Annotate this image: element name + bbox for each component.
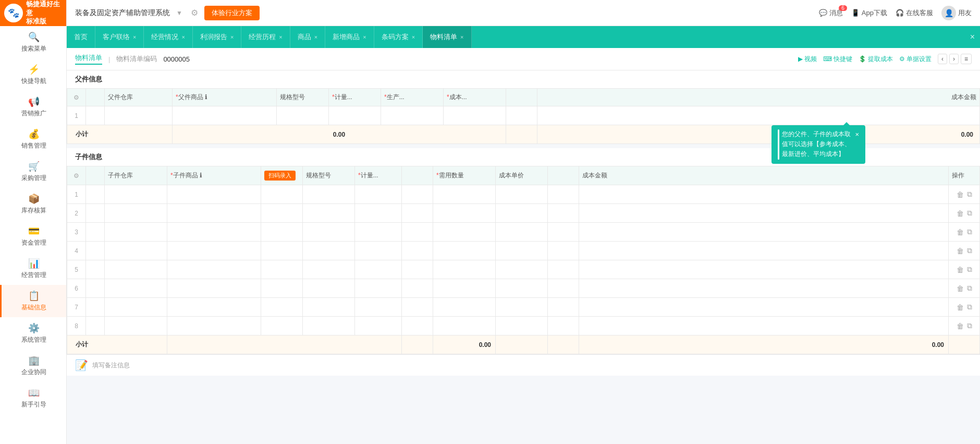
tab-close-icon[interactable]: × bbox=[363, 34, 366, 40]
sidebar-item-quick-nav[interactable]: ⚡快捷导航 bbox=[0, 58, 66, 91]
child-row-quantity[interactable] bbox=[433, 223, 496, 242]
child-row-spec[interactable] bbox=[303, 242, 355, 260]
parent-row-warehouse[interactable] bbox=[105, 106, 173, 125]
tab-close-icon[interactable]: × bbox=[412, 34, 415, 40]
child-row-spec[interactable] bbox=[303, 279, 355, 298]
child-row-warehouse[interactable] bbox=[105, 279, 167, 298]
tab-close-icon[interactable]: × bbox=[181, 34, 185, 40]
nav-tab-经营情况[interactable]: 经营情况 × bbox=[144, 26, 192, 48]
tab-close-icon[interactable]: × bbox=[230, 34, 234, 40]
delete-row-button[interactable]: 🗑 bbox=[957, 284, 964, 293]
child-row-warehouse[interactable] bbox=[105, 185, 167, 204]
message-button[interactable]: 💬 消息 6 bbox=[819, 8, 843, 18]
list-view-button[interactable]: ≡ bbox=[961, 54, 972, 64]
child-row-unit-cost[interactable] bbox=[496, 260, 548, 279]
copy-row-button[interactable]: ⧉ bbox=[967, 265, 972, 274]
child-row-spec[interactable] bbox=[303, 204, 355, 223]
nav-tab-新增商品[interactable]: 新增商品 × bbox=[325, 26, 374, 48]
child-row-unit-cost[interactable] bbox=[496, 242, 548, 260]
child-row-unit-cost[interactable] bbox=[496, 317, 548, 335]
prev-page-button[interactable]: ‹ bbox=[938, 54, 947, 64]
tooltip-close-button[interactable]: × bbox=[855, 129, 859, 140]
nav-tab-商品[interactable]: 商品 × bbox=[290, 26, 325, 48]
delete-row-button[interactable]: 🗑 bbox=[957, 322, 964, 330]
child-row-warehouse[interactable] bbox=[105, 298, 167, 317]
child-row-unit[interactable] bbox=[355, 185, 402, 204]
tab-close-icon[interactable]: × bbox=[314, 34, 317, 40]
copy-row-button[interactable]: ⧉ bbox=[967, 284, 972, 293]
sidebar-item-system[interactable]: ⚙️系统管理 bbox=[0, 317, 66, 350]
child-row-unit-cost[interactable] bbox=[496, 223, 548, 242]
child-row-unit[interactable] bbox=[355, 279, 402, 298]
tab-bill-of-materials[interactable]: 物料清单 bbox=[75, 53, 102, 65]
online-service-button[interactable]: 🎧 在线客服 bbox=[896, 8, 933, 18]
parent-row-unit[interactable] bbox=[329, 106, 381, 125]
child-row-product[interactable] bbox=[167, 279, 261, 298]
child-row-product[interactable] bbox=[167, 185, 261, 204]
trial-button[interactable]: 体验行业方案 bbox=[204, 6, 260, 20]
child-row-product[interactable] bbox=[167, 298, 261, 317]
child-row-quantity[interactable] bbox=[433, 204, 496, 223]
app-download-button[interactable]: 📱 App下载 bbox=[851, 8, 887, 18]
delete-row-button[interactable]: 🗑 bbox=[957, 190, 964, 199]
copy-row-button[interactable]: ⧉ bbox=[967, 246, 972, 255]
delete-row-button[interactable]: 🗑 bbox=[957, 247, 964, 255]
child-row-product[interactable] bbox=[167, 317, 261, 335]
child-row-unit[interactable] bbox=[355, 298, 402, 317]
child-row-product[interactable] bbox=[167, 223, 261, 242]
delete-row-button[interactable]: 🗑 bbox=[957, 228, 964, 236]
sidebar-item-enterprise[interactable]: 🏢企业协同 bbox=[0, 350, 66, 382]
child-row-spec[interactable] bbox=[303, 185, 355, 204]
parent-row-spec[interactable] bbox=[277, 106, 329, 125]
tab-close-icon[interactable]: × bbox=[460, 34, 463, 40]
child-row-quantity[interactable] bbox=[433, 185, 496, 204]
child-row-quantity[interactable] bbox=[433, 317, 496, 335]
child-row-warehouse[interactable] bbox=[105, 242, 167, 260]
child-row-warehouse[interactable] bbox=[105, 204, 167, 223]
delete-row-button[interactable]: 🗑 bbox=[957, 266, 964, 274]
child-row-quantity[interactable] bbox=[433, 242, 496, 260]
child-row-unit-cost[interactable] bbox=[496, 298, 548, 317]
sidebar-item-finance[interactable]: 💳资金管理 bbox=[0, 220, 66, 253]
child-row-unit[interactable] bbox=[355, 204, 402, 223]
single-settings-link[interactable]: ⚙ 单据设置 bbox=[899, 55, 932, 64]
child-row-spec[interactable] bbox=[303, 223, 355, 242]
child-row-warehouse[interactable] bbox=[105, 317, 167, 335]
child-row-quantity[interactable] bbox=[433, 260, 496, 279]
scan-input-button[interactable]: 扫码录入 bbox=[264, 171, 296, 181]
nav-tab-物料清单[interactable]: 物料清单 × bbox=[423, 26, 471, 48]
delete-row-button[interactable]: 🗑 bbox=[957, 209, 964, 218]
child-row-unit[interactable] bbox=[355, 223, 402, 242]
child-row-warehouse[interactable] bbox=[105, 223, 167, 242]
sidebar-item-guide[interactable]: 📖新手引导 bbox=[0, 382, 66, 414]
sidebar-item-sales[interactable]: 💰销售管理 bbox=[0, 123, 66, 155]
child-row-warehouse[interactable] bbox=[105, 260, 167, 279]
sidebar-item-operation[interactable]: 📊经营管理 bbox=[0, 253, 66, 285]
extract-cost-link[interactable]: 💲 提取成本 bbox=[859, 55, 893, 64]
child-row-spec[interactable] bbox=[303, 298, 355, 317]
user-profile[interactable]: 👤 用友 bbox=[941, 6, 972, 20]
shortcut-link[interactable]: ⌨ 快捷键 bbox=[823, 55, 852, 64]
copy-row-button[interactable]: ⧉ bbox=[967, 227, 972, 236]
child-row-unit-cost[interactable] bbox=[496, 185, 548, 204]
tab-bill-code-label[interactable]: 物料清单编码 bbox=[116, 54, 157, 64]
copy-row-button[interactable]: ⧉ bbox=[967, 190, 972, 199]
parent-col-settings[interactable]: ⚙ bbox=[67, 89, 86, 106]
sidebar-item-basic-info[interactable]: 📋基础信息 bbox=[0, 285, 66, 317]
tab-close-icon[interactable]: × bbox=[133, 34, 136, 40]
child-row-unit-cost[interactable] bbox=[496, 204, 548, 223]
delete-row-button[interactable]: 🗑 bbox=[957, 303, 964, 311]
video-link[interactable]: ▶ 视频 bbox=[798, 55, 817, 64]
child-row-quantity[interactable] bbox=[433, 298, 496, 317]
copy-row-button[interactable]: ⧉ bbox=[967, 303, 972, 311]
child-row-quantity[interactable] bbox=[433, 279, 496, 298]
next-page-button[interactable]: › bbox=[949, 54, 959, 64]
topbar-dropdown-arrow[interactable]: ▼ bbox=[176, 9, 182, 17]
child-row-spec[interactable] bbox=[303, 317, 355, 335]
child-row-unit-cost[interactable] bbox=[496, 279, 548, 298]
child-col-settings[interactable]: ⚙ bbox=[67, 166, 86, 185]
child-row-product[interactable] bbox=[167, 260, 261, 279]
parent-row-product[interactable] bbox=[173, 106, 277, 125]
sidebar-item-search[interactable]: 🔍搜索菜单 bbox=[0, 26, 66, 58]
nav-tab-客户联络[interactable]: 客户联络 × bbox=[95, 26, 144, 48]
